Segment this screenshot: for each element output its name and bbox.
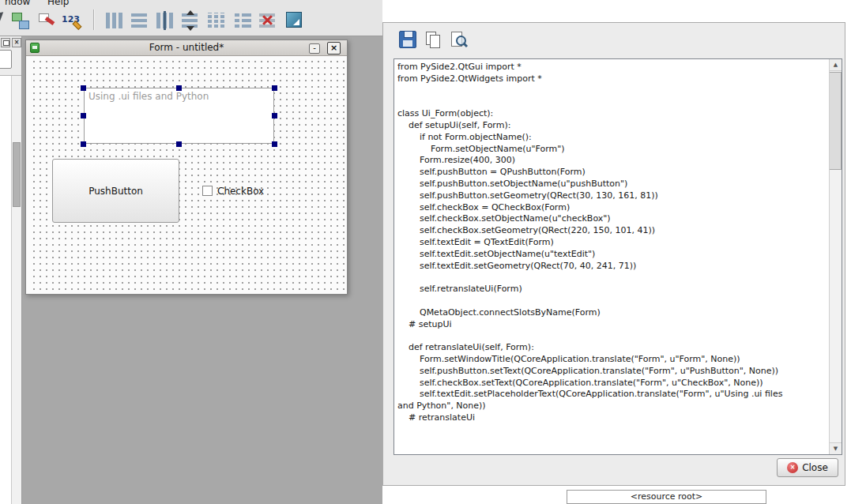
pushbutton-label: PushButton (88, 186, 143, 197)
screen: ndow Help 123 × Form - (0, 0, 851, 504)
checkbox-indicator[interactable] (202, 186, 213, 196)
copy-icon[interactable] (424, 31, 442, 48)
save-icon[interactable] (399, 31, 416, 48)
mdi-area: Form - untitled* - × Using .ui files and… (22, 36, 382, 504)
edit-tab-order-icon[interactable]: 123 (60, 11, 84, 30)
close-button[interactable]: × (327, 42, 341, 55)
selection-handle[interactable] (272, 141, 277, 147)
edit-signals-slots-icon[interactable] (11, 11, 30, 30)
form-window-title: Form - untitled* (26, 42, 347, 53)
adjust-size-icon[interactable] (286, 12, 302, 28)
resource-root-item[interactable]: <resource root> (567, 490, 766, 504)
minimize-button[interactable]: - (309, 43, 320, 54)
magnifier-handle-icon (462, 42, 468, 47)
resource-root-label: <resource root> (631, 491, 703, 502)
pushbutton-widget[interactable]: PushButton (52, 159, 179, 223)
selection-handle[interactable] (81, 113, 86, 118)
layout-horizontal-icon[interactable] (106, 13, 122, 28)
code-scrollbar[interactable]: ▲ ▼ (829, 59, 842, 454)
app-toolbar: ndow Help 123 (0, 0, 382, 36)
layout-grid-icon[interactable] (208, 13, 224, 28)
break-layout-icon[interactable] (259, 13, 275, 28)
selection-handle[interactable] (81, 141, 86, 147)
scrollbar-thumb[interactable] (830, 72, 842, 170)
widget-box-scrollbar[interactable] (11, 76, 21, 504)
textedit-widget[interactable]: Using .ui files and Python (84, 88, 274, 144)
close-icon: × (787, 462, 798, 473)
checkbox-label: CheckBox (217, 186, 264, 197)
scroll-up-icon[interactable]: ▲ (830, 59, 842, 71)
checkbox-widget[interactable]: CheckBox (202, 175, 282, 207)
widget-filter-input[interactable] (0, 50, 12, 69)
selection-handle[interactable] (176, 85, 182, 91)
preview-icon[interactable] (450, 31, 467, 48)
dialog-close-button[interactable]: × Close (777, 458, 838, 477)
menu-window[interactable]: ndow (5, 0, 30, 7)
selection-handle[interactable] (272, 85, 277, 91)
form-canvas[interactable]: Using .ui files and Python PushButton Ch… (28, 56, 345, 291)
menu-help[interactable]: Help (47, 0, 69, 7)
layout-splitter-vertical-icon[interactable] (182, 13, 198, 28)
edit-widgets-icon[interactable] (0, 11, 9, 30)
code-text[interactable]: from PySide2.QtGui import * from PySide2… (397, 62, 827, 453)
layout-splitter-horizontal-icon[interactable] (156, 13, 173, 28)
code-view[interactable]: from PySide2.QtGui import * from PySide2… (393, 58, 842, 455)
code-preview-dialog: from PySide2.QtGui import * from PySide2… (382, 22, 845, 486)
layout-vertical-icon[interactable] (131, 13, 147, 28)
scroll-down-icon[interactable]: ▼ (830, 442, 842, 454)
form-window-titlebar[interactable]: Form - untitled* - × (26, 40, 347, 56)
selection-handle[interactable] (272, 113, 277, 118)
layout-form-icon[interactable] (235, 13, 251, 28)
dock-float-icon[interactable] (1, 38, 10, 47)
widget-box-list (0, 75, 21, 504)
widget-box-panel: × (0, 36, 22, 504)
scrollbar-thumb[interactable] (13, 142, 21, 207)
selection-handle[interactable] (176, 141, 182, 147)
tab-order-label: 123 (62, 14, 80, 24)
form-window: Form - untitled* - × Using .ui files and… (25, 39, 348, 295)
dock-close-icon[interactable]: × (12, 38, 21, 47)
textedit-placeholder: Using .ui files and Python (88, 91, 209, 102)
close-button-label: Close (802, 462, 828, 473)
selection-handle[interactable] (81, 85, 86, 91)
toolbar-separator (93, 9, 94, 30)
edit-buddies-icon[interactable] (38, 11, 57, 30)
